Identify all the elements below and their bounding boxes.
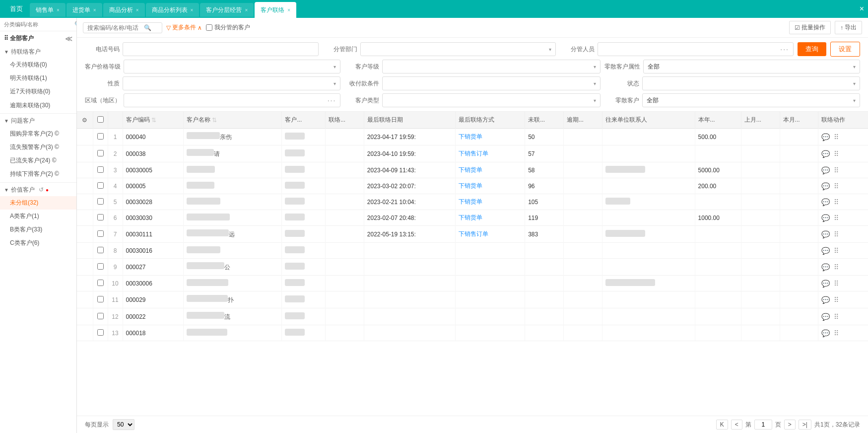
contact-method-link[interactable]: 下销货单 [459,182,482,189]
grid-icon[interactable]: ⠿ [834,214,839,222]
chat-icon[interactable]: 💬 [821,150,830,158]
contact-method-link[interactable]: 下销货单 [459,198,482,205]
group-value-customers[interactable]: ▼ 价值客户 ↺ ● [0,184,76,196]
batch-ops-button[interactable]: ☑ 批量操作 [789,21,831,34]
manager-input[interactable]: ··· [598,42,794,56]
grid-icon[interactable]: ⠿ [834,150,839,158]
query-button[interactable]: 查询 [798,42,826,56]
nature-select[interactable]: ▾ [123,76,340,90]
close-all-icon[interactable]: × [860,4,864,13]
nav-tab-product-analysis-list[interactable]: 商品分析列表 × [146,3,200,17]
row-checkbox[interactable] [97,182,104,189]
grid-icon[interactable]: ⠿ [834,230,839,238]
row-checkbox[interactable] [97,313,104,319]
all-customers-header[interactable]: ⠿ 全部客户 ≪ [0,31,76,46]
sidebar-item-7days[interactable]: 近7天待联络(0) [0,85,76,98]
this-year-col-header[interactable]: 本年... [695,112,741,129]
scatter-select[interactable]: 全部▾ [642,93,860,107]
nav-home[interactable]: 首页 [4,0,29,18]
chat-icon[interactable]: 💬 [821,182,830,190]
type-col-header[interactable]: 客户... [282,112,326,129]
row-checkbox[interactable] [97,263,104,270]
contact-col-header[interactable]: 联络... [326,112,364,129]
uncontacted-col-header[interactable]: 未联... [525,112,564,129]
row-checkbox[interactable] [97,329,104,336]
row-checkbox[interactable] [97,166,104,173]
nav-tab-product-analysis[interactable]: 商品分析 × [103,3,145,17]
dept-select[interactable]: ▾ [360,42,556,56]
settings-col-header[interactable]: ⚙ [77,112,93,129]
contact-method-link[interactable]: 下销售订单 [459,230,488,237]
row-check[interactable] [93,145,108,162]
payment-select[interactable]: ▾ [382,76,600,90]
my-customers-check[interactable]: 我分管的客户 [206,23,250,32]
row-checkbox[interactable] [97,150,104,156]
sidebar-item-class-a[interactable]: A类客户(1) [0,210,76,223]
close-icon[interactable]: × [191,7,194,13]
chat-icon[interactable]: 💬 [821,230,830,238]
last-page-btn[interactable]: >| [799,420,811,430]
export-button[interactable]: ↑ 导出 [835,21,862,34]
row-checkbox[interactable] [97,214,104,220]
select-all-checkbox[interactable] [97,116,104,123]
prev-page-btn[interactable]: < [731,420,742,430]
close-icon[interactable]: × [245,7,248,13]
settings-icon[interactable]: ⚙ [82,117,87,124]
row-checkbox[interactable] [97,230,104,237]
row-check[interactable] [93,259,108,276]
next-page-btn[interactable]: > [784,420,796,430]
current-page-input[interactable] [754,420,772,430]
phone-input[interactable] [123,42,319,56]
search-icon[interactable]: 🔍 [144,24,151,31]
status-select[interactable]: ▾ [642,76,860,90]
unit-contact-col-header[interactable]: 往来单位联系人 [602,112,695,129]
sidebar-item-today[interactable]: 今天待联络(0) [0,58,76,72]
grid-icon[interactable]: ⠿ [834,296,839,304]
overdue-col-header[interactable]: 逾期... [563,112,602,129]
close-icon[interactable]: × [93,7,96,13]
grid-icon[interactable]: ⠿ [834,182,839,190]
nav-tab-sales[interactable]: 销售单 × [30,3,66,17]
row-checkbox[interactable] [97,247,104,253]
name-col-header[interactable]: 客户名称⇅ [183,112,281,129]
sidebar-item-churn-warning[interactable]: 流失预警客户(3) © [0,141,76,154]
first-page-btn[interactable]: K [716,420,728,430]
contact-method-link[interactable]: 下销售订单 [459,150,488,157]
chat-icon[interactable]: 💬 [821,214,830,222]
row-checkbox[interactable] [97,296,104,302]
row-checkbox[interactable] [97,280,104,286]
sidebar-item-abnormal[interactable]: 囤购异常客户(2) © [0,127,76,141]
last-date-col-header[interactable]: 最后联络日期 [364,112,455,129]
grid-icon[interactable]: ⠿ [834,313,839,321]
price-grade-select[interactable]: ▾ [124,60,340,73]
last-method-col-header[interactable]: 最后联络方式 [455,112,525,129]
page-size-select[interactable]: 50 [113,419,134,430]
more-conditions-btn[interactable]: ▽ 更多条件 ∧ [166,23,202,32]
chat-icon[interactable]: 💬 [821,198,830,206]
sidebar-item-churned[interactable]: 已流失客户(24) © [0,154,76,167]
sidebar-item-unassigned[interactable]: 未分组(32) [0,196,76,210]
row-check[interactable] [93,162,108,178]
code-col-header[interactable]: 客户编码⇅ [123,112,183,129]
grid-icon[interactable]: ⠿ [834,166,839,174]
chat-icon[interactable]: 💬 [821,280,830,288]
close-icon[interactable]: × [287,7,290,13]
grid-icon[interactable]: ⠿ [834,329,839,337]
close-icon[interactable]: × [57,7,60,13]
sidebar-item-tomorrow[interactable]: 明天待联络(1) [0,72,76,85]
contact-method-link[interactable]: 下销货单 [459,214,482,221]
sidebar-item-class-b[interactable]: B类客户(33) [0,223,76,236]
customer-grade-select[interactable]: ▾ [382,60,600,73]
row-check[interactable] [93,226,108,243]
nav-tab-purchase[interactable]: 进货单 × [67,3,102,17]
chat-icon[interactable]: 💬 [821,329,830,337]
row-check[interactable] [93,276,108,291]
nav-tab-customer-tier[interactable]: 客户分层经营 × [200,3,254,17]
row-check[interactable] [93,243,108,259]
reset-button[interactable]: 设置 [830,42,860,57]
grid-icon[interactable]: ⠿ [834,198,839,206]
refresh-icon[interactable]: ↺ [39,186,44,193]
grid-icon[interactable]: ⠿ [834,247,839,255]
row-check[interactable] [93,129,108,145]
this-month-col-header[interactable]: 本月... [780,112,818,129]
